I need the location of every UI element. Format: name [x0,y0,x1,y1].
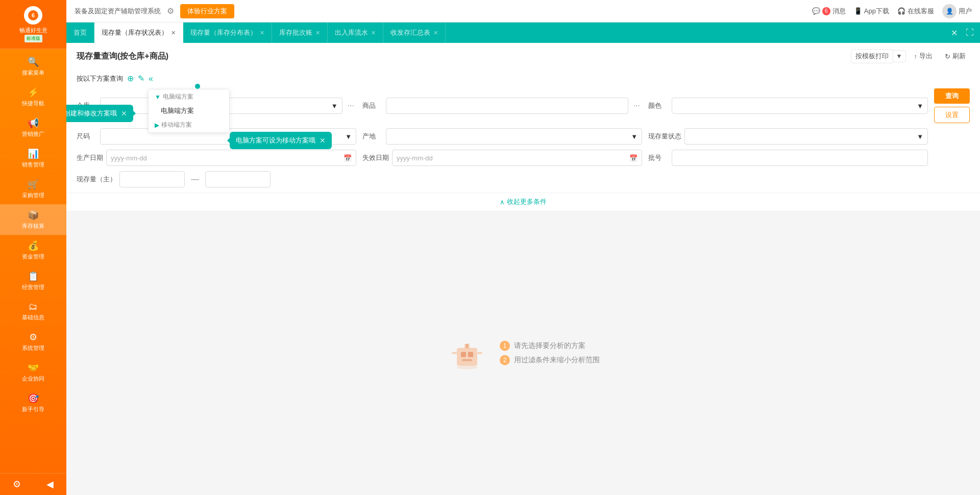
origin-select[interactable]: ▼ [386,128,642,145]
color-select[interactable]: ▼ [672,98,928,114]
mobile-icon: 📱 [854,7,862,15]
guide-icon: 🎯 [28,393,39,404]
sidebar-item-quicknav[interactable]: ⚡ 快捷导航 [0,82,66,112]
add-scheme-icon[interactable]: ⊕ [127,74,134,83]
stock-amount-separator: — [188,175,202,184]
tip-num-2: 2 [500,355,510,365]
batch-input[interactable] [672,150,928,166]
refresh-button[interactable]: ↻ 刷新 [941,50,970,63]
connector-dot [195,84,200,89]
chevron-down-icon: ▼ [155,93,161,101]
tab-collect-summary-label: 收发存汇总表 [390,28,430,37]
logo-text: 畅通好生意 [19,27,47,34]
sidebar-item-search[interactable]: 🔍 搜索菜单 [0,51,66,82]
filter-header: 按以下方案查询 ⊕ ✎ « 电脑方案可设为移动方案哦 ✕ [77,74,970,83]
topbar-settings-icon[interactable]: ⚙ [167,6,174,16]
sidebar-item-sales[interactable]: 📊 销售管理 [0,143,66,174]
stock-status-select[interactable]: ▼ [684,128,928,145]
online-support-group[interactable]: 🎧 在线客服 [897,7,934,16]
tab-batch-account[interactable]: 库存批次账 ✕ [272,22,328,43]
tab-close-all-icon[interactable]: ✕ [949,26,960,40]
svg-text:6: 6 [32,12,35,18]
sidebar-item-marketing[interactable]: 📢 营销推广 [0,112,66,143]
stock-amount-min-input[interactable] [119,171,185,187]
print-button[interactable]: 按模板打印 [851,49,893,63]
sidebar-item-purchase[interactable]: 🛒 采购管理 [0,174,66,204]
topbar-app-name: 装备及固定资产辅助管理系统 [75,7,161,16]
system-icon: ⚙ [29,332,37,343]
tab-in-out-flow[interactable]: 出入库流水 ✕ [328,22,383,43]
back-scheme-icon[interactable]: « [149,74,153,83]
notification-group[interactable]: 💬 6 消息 [812,7,846,16]
collapse-more-btn[interactable]: ∧ 收起更多条件 [66,193,980,210]
scheme-tree-desktop-section: ▼ 电脑端方案 [149,89,229,104]
warehouse-dots[interactable]: ··· [346,101,356,110]
tab-batch-account-close[interactable]: ✕ [315,30,320,36]
empty-illustration [447,333,487,373]
sidebar-item-finance[interactable]: 💰 资金管理 [0,235,66,266]
tabs-actions: ✕ ⛶ [949,26,980,40]
add-tooltip-close[interactable]: ✕ [320,136,326,145]
calendar-icon: 📅 [344,154,352,162]
tab-collect-summary-close[interactable]: ✕ [433,30,438,36]
logo-icon: 6 [24,6,42,25]
sidebar-item-enterprise[interactable]: 🤝 企业协同 [0,357,66,388]
tab-batch-account-label: 库存批次账 [279,28,312,37]
tab-inventory-status[interactable]: 现存量（库存状况表） ✕ [94,22,183,43]
tab-inventory-dist-close[interactable]: ✕ [260,30,264,36]
tab-home[interactable]: 首页 [66,22,94,43]
stock-amount-group: 现存量（主） — [77,171,271,187]
settings-bottom-icon[interactable]: ⚙ [13,479,21,490]
sidebar-item-label: 销售管理 [22,161,44,169]
sidebar-item-label: 营销推广 [22,130,44,138]
tab-inventory-dist[interactable]: 现存量（库存分布表） ✕ [183,22,272,43]
topbar-right: 💬 6 消息 📱 App下载 🎧 在线客服 👤 用户 [812,4,972,18]
sidebar-item-label: 基础信息 [22,314,44,321]
enterprise-icon: 🤝 [28,362,39,373]
tab-in-out-flow-close[interactable]: ✕ [371,30,376,36]
filter-area: 按以下方案查询 ⊕ ✎ « 电脑方案可设为移动方案哦 ✕ ▼ 电脑端方案 电脑端… [66,68,980,210]
tab-in-out-flow-label: 出入库流水 [335,28,368,37]
sidebar-item-basic[interactable]: 🗂 基础信息 [0,296,66,326]
origin-label: 产地 [362,132,383,141]
sidebar-item-system[interactable]: ⚙ 系统管理 [0,326,66,357]
edit-scheme-icon[interactable]: ✎ [138,74,144,83]
sidebar-item-label: 资金管理 [22,253,44,261]
tab-expand-icon[interactable]: ⛶ [964,26,976,39]
app-download-group[interactable]: 📱 App下载 [854,7,889,16]
notification-badge: 6 [822,7,830,15]
sidebar-item-operations[interactable]: 📋 经营管理 [0,266,66,296]
svg-point-10 [457,365,477,369]
export-button[interactable]: ↑ 导出 [910,50,937,63]
tabs-bar: 首页 现存量（库存状况表） ✕ 现存量（库存分布表） ✕ 库存批次账 ✕ 出入库… [66,22,980,43]
scheme-desktop-item[interactable]: 电脑端方案 [149,104,229,117]
sidebar-item-label: 企业协同 [22,375,44,383]
print-dropdown-icon[interactable]: ▼ [893,50,906,62]
chevron-right-icon: ▶ [155,122,159,129]
product-dots[interactable]: ··· [631,101,642,110]
product-select[interactable] [386,98,628,114]
sidebar-item-inventory[interactable]: 📦 库存核算 [0,204,66,235]
sidebar-item-guide[interactable]: 🎯 新手引导 [0,388,66,418]
sidebar-bottom: ⚙ ◀ [0,473,66,495]
sales-icon: 📊 [28,148,39,159]
collapse-sidebar-icon[interactable]: ◀ [46,479,54,490]
sidebar-item-label: 采购管理 [22,192,44,199]
tab-collect-summary[interactable]: 收发存汇总表 ✕ [383,22,446,43]
produce-date-input[interactable]: yyyy-mm-dd 📅 [106,150,356,166]
user-group[interactable]: 👤 用户 [942,4,972,18]
tab-inventory-status-label: 现存量（库存状况表） [102,28,168,37]
lightning-icon: ⚡ [28,87,39,98]
query-btn-group: 查询 设置 [934,88,970,123]
content-body: 1 请先选择要分析的方案 2 用过滤条件来缩小分析范围 [66,210,980,495]
settings-button[interactable]: 设置 [934,107,970,123]
scheme-tooltip-close[interactable]: ✕ [121,109,127,117]
industry-solution-button[interactable]: 体验行业方案 [180,4,234,18]
stock-amount-max-input[interactable] [205,171,271,187]
svg-rect-8 [452,352,457,354]
query-button[interactable]: 查询 [934,88,970,104]
tab-inventory-status-close[interactable]: ✕ [171,30,176,36]
expire-date-input[interactable]: yyyy-mm-dd 📅 [392,150,642,166]
scheme-tooltip: 这里可以创建和修改方案哦 ✕ [66,105,133,122]
scheme-tree-panel: ▼ 电脑端方案 电脑端方案 这里可以创建和修改方案哦 ✕ ▶ 移动端方案 [148,89,230,133]
